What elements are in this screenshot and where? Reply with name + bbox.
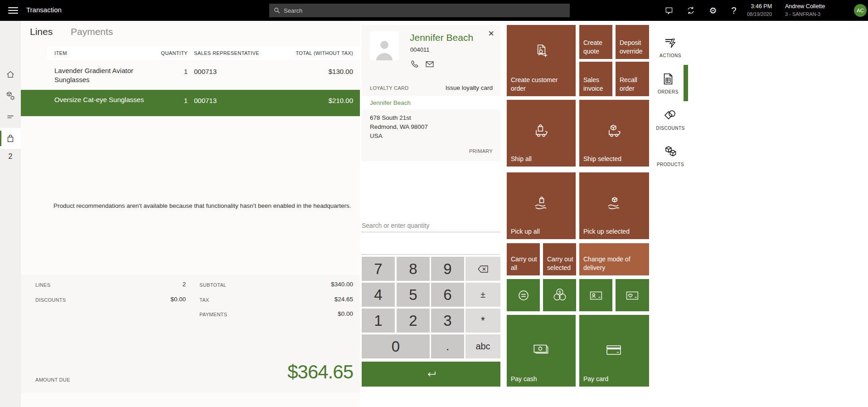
gear-icon[interactable]: ⚙ [704,0,722,21]
pick-up-selected-hand-box-icon [604,194,624,214]
phone-icon[interactable] [410,59,419,69]
payments-label: PAYMENTS [199,312,227,317]
row-quantity: 1 [151,68,188,75]
page-title: Transaction [26,6,62,14]
customer-address: 678 South 21st Redmond, WA 98007 USA [370,113,428,141]
subtotal-value: $340.00 [331,281,353,288]
numpad-key-7[interactable]: 7 [362,257,395,281]
pay-currency-tile[interactable]: $ [543,279,576,311]
pay-customer-account-tile[interactable] [579,279,612,311]
abc-key[interactable]: abc [466,334,500,358]
action-tile-grid: Create customer order Create quote Depos… [507,25,649,388]
numpad: 7 8 9 4 5 6 ± 1 2 3 * 0 . abc [362,254,500,388]
clock-display: 3:46 PM 08/19/2020 [747,3,772,18]
sidebar-item-home[interactable] [0,64,21,85]
products-icon [663,144,678,159]
help-icon[interactable]: ? [725,0,743,21]
quantity-input[interactable] [362,221,500,232]
discounts-icon [663,108,678,123]
pay-card-tile[interactable]: Pay card [579,315,649,387]
numpad-key-0[interactable]: 0 [362,334,430,358]
pick-up-all-tile[interactable]: Pick up all [507,172,576,239]
pay-loyalty-tile[interactable] [616,279,649,311]
carry-out-selected-tile[interactable]: Carry out selected [543,243,576,275]
nav-tab-orders[interactable]: ORDERS [653,65,688,101]
issue-loyalty-link[interactable]: Issue loyalty card [446,84,493,91]
totals-panel: LINES 2 DISCOUNTS $0.00 SUBTOTAL $340.00… [21,275,360,393]
cash-banknote-icon [531,340,552,359]
global-search-box[interactable] [269,4,570,17]
customer-name[interactable]: Jennifer Beach [410,32,473,43]
sales-invoice-tile[interactable]: Sales invoice [579,62,612,96]
sidebar-item-inventory[interactable] [0,85,21,106]
avatar[interactable]: AC [854,4,867,17]
transaction-count: 2 [0,152,21,161]
customer-avatar [370,31,399,60]
loyalty-card-label: LOYALTY CARD [370,85,409,91]
table-row-selected[interactable]: Oversize Cat-eye Sunglasses 1 000713 $21… [21,90,360,116]
numpad-key-4[interactable]: 4 [362,283,395,307]
sidebar-item-transaction[interactable] [0,128,21,149]
feedback-icon[interactable] [660,0,678,21]
tab-lines[interactable]: Lines [30,26,53,37]
list-lines-icon [6,113,15,122]
change-mode-of-delivery-tile[interactable]: Change mode of delivery [579,243,649,275]
pay-cash-tile[interactable]: Pay cash [507,315,576,387]
pick-up-selected-tile[interactable]: Pick up selected [579,172,649,239]
customer-number: 004011 [410,46,429,53]
numpad-key-3[interactable]: 3 [431,309,464,333]
nav-tab-actions[interactable]: ACTIONS [653,29,688,65]
backspace-key[interactable] [466,257,500,281]
pay-exact-tile[interactable] [507,279,540,311]
ship-all-tile[interactable]: Ship all [507,100,576,167]
numpad-key-1[interactable]: 1 [362,309,395,333]
plus-minus-key[interactable]: ± [466,283,500,307]
row-total: $130.00 [253,68,353,75]
table-row[interactable]: Lavender Gradient Aviator Sunglasses 1 0… [47,61,360,87]
hamburger-menu-icon[interactable] [5,5,21,16]
numpad-key-8[interactable]: 8 [397,257,430,281]
customer-name-link[interactable]: Jennifer Beach [370,99,411,106]
home-icon [5,69,15,79]
close-icon[interactable]: × [486,27,496,40]
numpad-key-9[interactable]: 9 [431,257,464,281]
recall-order-tile[interactable]: Recall order [616,62,649,96]
address-line: 678 South 21st [370,113,428,123]
nav-tab-products[interactable]: PRODUCTS [653,137,688,174]
numpad-key-2[interactable]: 2 [397,309,430,333]
create-quote-tile[interactable]: Create quote [579,25,612,59]
account-card-icon [587,287,605,304]
decimal-key[interactable]: . [431,334,464,358]
quantity-search-field[interactable] [362,221,500,232]
sidebar-item-lines[interactable] [0,107,21,127]
cart-pane: Lines Payments ITEM QUANTITY SALES REPRE… [21,21,360,407]
customer-name-link-row[interactable]: Jennifer Beach [362,96,500,109]
sync-icon[interactable] [682,0,700,21]
backspace-icon [477,264,490,274]
email-icon[interactable] [425,59,435,69]
ship-selected-tile[interactable]: Ship selected [579,100,649,167]
loyalty-card-heart-icon [623,287,641,304]
discounts-value: $0.00 [170,296,186,303]
payments-value: $0.00 [338,310,353,317]
svg-text:$: $ [558,290,561,294]
equals-circle-icon [515,287,532,304]
tab-payments[interactable]: Payments [71,26,113,37]
multiply-key[interactable]: * [466,309,500,333]
numpad-key-6[interactable]: 6 [431,283,464,307]
discounts-label: DISCOUNTS [35,297,66,303]
nav-tab-discounts[interactable]: DISCOUNTS [653,101,688,137]
currency-circles-icon: $ [551,286,569,304]
enter-key[interactable] [362,362,500,387]
operator-display[interactable]: Andrew Collette 3 - SANFRAN-3 [785,3,825,18]
column-total: TOTAL (WITHOUT TAX) [253,50,353,56]
numpad-key-5[interactable]: 5 [397,283,430,307]
ship-selected-box-truck-icon [604,122,624,142]
column-quantity: QUANTITY [151,50,188,56]
search-input[interactable] [284,7,565,14]
address-line: USA [370,132,428,141]
deposit-override-tile[interactable]: Deposit override [616,25,649,59]
address-line: Redmond, WA 98007 [370,123,428,132]
carry-out-all-tile[interactable]: Carry out all [507,243,540,275]
create-customer-order-tile[interactable]: Create customer order [507,25,576,96]
